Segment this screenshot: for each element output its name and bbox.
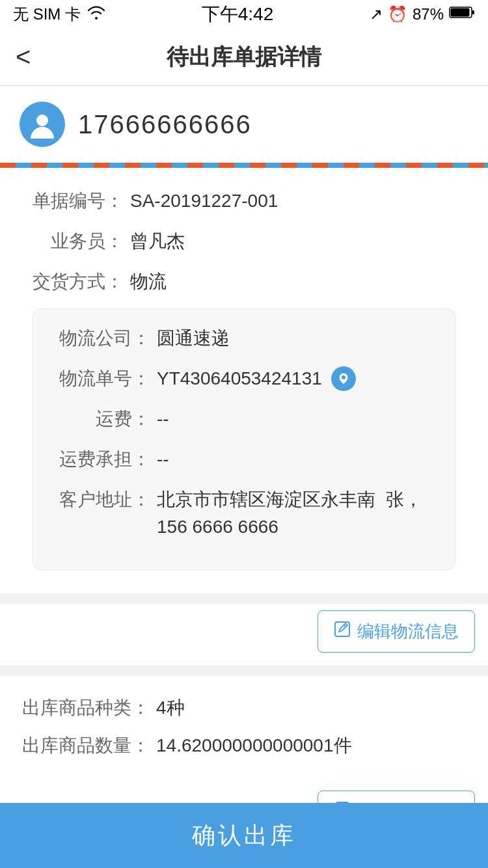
address-row: 客户地址： 北京市市辖区海淀区永丰南 张，156 6666 6666 (46, 486, 442, 541)
page-title: 待出库单据详情 (167, 42, 321, 72)
edit-btn-row: 编辑物流信息 (0, 604, 488, 666)
goods-type-value: 4种 (156, 696, 185, 720)
user-avatar (20, 102, 65, 147)
wifi-icon (87, 5, 105, 23)
battery-icon (449, 5, 475, 23)
freight-label: 运费： (46, 405, 150, 433)
logistics-card: 物流公司： 圆通速递 物流单号： YT43064053424131 (33, 308, 455, 570)
svg-point-5 (342, 375, 346, 379)
goods-quantity-row: 出库商品数量： 14.620000000000001件 (20, 733, 468, 758)
logistics-company-label: 物流公司： (46, 325, 150, 352)
address-value: 北京市市辖区海淀区永丰南 张，156 6666 6666 (157, 486, 442, 541)
document-number-row: 单据编号： SA-20191227-001 (20, 187, 468, 215)
location-status-icon: ↗ (370, 5, 383, 23)
tracking-number-label: 物流单号： (46, 365, 150, 392)
battery-text: 87% (413, 5, 444, 23)
goods-quantity-label: 出库商品数量： (20, 733, 150, 758)
svg-rect-1 (472, 10, 474, 14)
tracking-number-row: 物流单号： YT43064053424131 (46, 365, 442, 392)
freight-bear-label: 运费承担： (46, 446, 150, 473)
svg-point-3 (36, 115, 48, 126)
delivery-label: 交货方式： (20, 268, 124, 295)
salesman-label: 业务员： (20, 228, 124, 255)
goods-type-row: 出库商品种类： 4种 (20, 696, 468, 720)
address-label: 客户地址： (46, 486, 150, 513)
confirm-bar[interactable]: 确认出库 (0, 803, 488, 868)
tracking-location-icon[interactable] (331, 366, 356, 391)
tracking-number-value: YT43064053424131 (157, 365, 442, 392)
document-number-label: 单据编号： (20, 187, 124, 215)
freight-bear-value: -- (157, 446, 442, 473)
goods-type-label: 出库商品种类： (20, 696, 150, 720)
svg-rect-6 (335, 622, 349, 636)
logistics-company-row: 物流公司： 圆通速递 (46, 325, 442, 352)
time-text: 下午4:42 (202, 2, 274, 27)
salesman-value: 曾凡杰 (130, 228, 468, 255)
freight-bear-row: 运费承担： -- (46, 446, 442, 473)
delivery-row: 交货方式： 物流 (20, 268, 468, 295)
nav-bar: < 待出库单据详情 (0, 29, 488, 86)
svg-rect-2 (451, 8, 470, 17)
document-number-value: SA-20191227-001 (130, 187, 468, 215)
goods-section: 出库商品种类： 4种 出库商品数量： 14.620000000000001件 (0, 676, 488, 784)
freight-row: 运费： -- (46, 405, 442, 433)
user-phone: 17666666666 (78, 110, 252, 139)
basic-info-section: 单据编号： SA-20191227-001 业务员： 曾凡杰 交货方式： 物流 … (0, 168, 488, 593)
delivery-value: 物流 (130, 268, 468, 295)
alarm-icon: ⏰ (388, 5, 407, 23)
carrier-text: 无 SIM 卡 (13, 4, 81, 25)
dashed-divider (0, 163, 488, 168)
freight-value: -- (157, 405, 442, 433)
section-divider (0, 666, 488, 676)
user-header: 17666666666 (0, 86, 488, 163)
salesman-row: 业务员： 曾凡杰 (20, 228, 468, 255)
goods-quantity-value: 14.620000000000001件 (156, 733, 352, 758)
logistics-company-value: 圆通速递 (157, 325, 442, 352)
edit-logistics-label: 编辑物流信息 (357, 620, 459, 643)
edit-icon (334, 621, 351, 642)
back-button[interactable]: < (16, 42, 31, 72)
status-bar: 无 SIM 卡 下午4:42 ↗ ⏰ 87% (0, 0, 488, 29)
confirm-button-label: 确认出库 (192, 820, 296, 852)
edit-logistics-button[interactable]: 编辑物流信息 (318, 610, 475, 653)
